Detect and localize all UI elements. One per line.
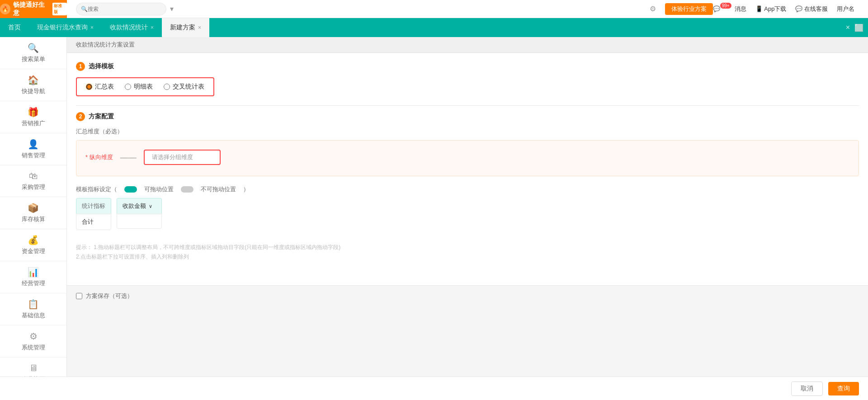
dimension-placeholder: 请选择分组维度 [152, 154, 193, 160]
bottom-bar: 取消 查询 [0, 376, 868, 400]
metrics-col-header[interactable]: 收款金额 ∨ [117, 198, 162, 214]
metrics-table-wrapper: 统计指标 合计 收款金额 ∨ [76, 198, 859, 230]
logo-icon: 🔥 [0, 4, 10, 14]
radio-cross-label: 交叉统计表 [173, 83, 204, 91]
step2-number: 2 [76, 112, 85, 121]
tab-new-plan-close[interactable]: × [198, 24, 201, 31]
breadcrumb-text: 收款情况统计方案设置 [76, 41, 135, 48]
tab-cash-bank-close[interactable]: × [90, 24, 94, 31]
search-bar-area: 🔍 ▾ [67, 3, 650, 15]
main-layout: 🔍 搜索菜单 🏠 快捷导航 🎁 营销推广 👤 销售管理 🛍 采购管理 📦 库存核… [0, 37, 868, 376]
template-option-detail[interactable]: 明细表 [125, 83, 153, 91]
save-label: 方案保存（可选） [86, 292, 133, 300]
dimension-row: 纵向维度 —— 请选择分组维度 [85, 150, 849, 165]
metrics-value-row [117, 214, 162, 229]
divider-1 [76, 105, 859, 106]
draggable-label: 可拖动位置 [144, 185, 174, 193]
sidebar-item-label: 资金管理 [22, 247, 45, 255]
management-icon: 📊 [28, 267, 39, 278]
template-selection-box: 汇总表 明细表 交叉统计表 [76, 77, 214, 96]
app-download[interactable]: 📱 App下载 [755, 5, 786, 13]
sidebar-item-enterprise[interactable]: 🖥 企业协同 [0, 358, 66, 376]
stats-total-label: 合计 [82, 218, 94, 225]
step2-title: 方案配置 [89, 113, 114, 121]
service-icon: 💬 [795, 5, 802, 12]
radio-cross[interactable] [164, 84, 170, 90]
tab-home[interactable]: 首页 [0, 18, 29, 37]
sidebar-item-search-menu[interactable]: 🔍 搜索菜单 [0, 37, 66, 69]
purchase-icon: 🛍 [29, 171, 38, 181]
dropdown-arrow-icon[interactable]: ▾ [170, 5, 174, 13]
marketing-icon: 🎁 [28, 107, 39, 118]
sidebar-item-management[interactable]: 📊 经营管理 [0, 261, 66, 293]
tip-line-1: 提示： 1.拖动标题栏可以调整布局，不可跨维度或指标区域拖动目字段(只能在同一维… [76, 244, 859, 251]
metrics-value-column: 收款金额 ∨ [117, 198, 162, 230]
save-section: 方案保存（可选） [67, 285, 868, 306]
metrics-title: 模板指标设定（ [76, 185, 117, 193]
step1-header: 1 选择模板 [76, 62, 859, 71]
tab-new-plan-label: 新建方案 [170, 24, 195, 32]
download-label: App下载 [764, 5, 786, 12]
sidebar-item-label: 营销推广 [22, 119, 45, 127]
column-header-label: 收款金额 [123, 202, 146, 210]
cancel-button[interactable]: 取消 [791, 381, 823, 396]
dimension-area: 纵向维度 —— 请选择分组维度 [76, 140, 859, 176]
message-area[interactable]: 💬 99+ 消息 [713, 5, 746, 13]
system-icon: ⚙ [29, 331, 38, 342]
sidebar-item-label: 搜索菜单 [22, 55, 45, 63]
sidebar-item-basic-info[interactable]: 📋 基础信息 [0, 293, 66, 325]
message-label: 消息 [735, 5, 746, 12]
step2-header: 2 方案配置 [76, 112, 859, 121]
logo-badge: 标准版 [52, 3, 67, 15]
close-paren: ） [243, 185, 249, 193]
sidebar-item-system[interactable]: ⚙ 系统管理 [0, 325, 66, 358]
template-option-cross[interactable]: 交叉统计表 [164, 83, 204, 91]
radio-detail[interactable] [125, 84, 131, 90]
dimension-title: 汇总维度（必选） [76, 127, 859, 136]
metrics-section: 模板指标设定（ 可拖动位置 不可拖动位置 ） 统计指标 [76, 185, 859, 230]
sidebar-item-label: 系统管理 [22, 344, 45, 352]
query-button[interactable]: 查询 [828, 382, 859, 395]
radio-detail-label: 明细表 [134, 83, 153, 91]
sidebar-item-purchase[interactable]: 🛍 采购管理 [0, 165, 66, 197]
stats-total-row: 合计 [76, 214, 111, 230]
quick-nav-icon: 🏠 [28, 75, 39, 85]
save-checkbox[interactable] [76, 293, 82, 299]
online-service[interactable]: 💬 在线客服 [795, 5, 828, 13]
sidebar-item-label: 采购管理 [22, 183, 45, 191]
sidebar-item-finance[interactable]: 💰 资金管理 [0, 229, 66, 261]
template-option-summary[interactable]: 汇总表 [86, 83, 114, 91]
gear-icon[interactable]: ⚙ [650, 5, 656, 13]
step2-section: 2 方案配置 汇总维度（必选） 纵向维度 —— 请选择分组维度 [76, 112, 859, 267]
tab-cash-bank[interactable]: 现金银行流水查询 × [29, 18, 102, 37]
metrics-section-header: 模板指标设定（ 可拖动位置 不可拖动位置 ） [76, 185, 859, 193]
search-input[interactable] [88, 6, 156, 12]
user-name[interactable]: 用户名 [837, 5, 854, 13]
trial-button[interactable]: 体验行业方案 [665, 3, 713, 15]
sidebar-item-quick-nav[interactable]: 🏠 快捷导航 [0, 69, 66, 101]
tip-line-2: 2.点击标题栏下拉可设置排序、插入列和删除列 [76, 253, 859, 261]
form-container: 1 选择模板 汇总表 明细表 交叉统计表 [67, 53, 868, 285]
sidebar-item-inventory[interactable]: 📦 库存核算 [0, 197, 66, 229]
nav-right-icons: × ⬜ [846, 24, 868, 32]
tab-receipt-stats-close[interactable]: × [151, 24, 154, 31]
download-icon: 📱 [755, 5, 763, 12]
window-close-icon[interactable]: × [846, 24, 850, 32]
sales-icon: 👤 [28, 139, 39, 150]
column-dropdown-icon[interactable]: ∨ [149, 203, 152, 209]
logo: 🔥 畅捷通好生意 标准版 [0, 0, 67, 18]
sidebar: 🔍 搜索菜单 🏠 快捷导航 🎁 营销推广 👤 销售管理 🛍 采购管理 📦 库存核… [0, 37, 67, 376]
tab-new-plan[interactable]: 新建方案 × [162, 18, 209, 37]
stats-label-column: 统计指标 合计 [76, 198, 111, 230]
stats-header-label: 统计指标 [82, 202, 105, 209]
content-area: 收款情况统计方案设置 1 选择模板 汇总表 明细表 [67, 37, 868, 376]
window-maximize-icon[interactable]: ⬜ [854, 24, 863, 32]
sidebar-item-sales[interactable]: 👤 销售管理 [0, 133, 66, 165]
radio-summary[interactable] [86, 84, 92, 90]
sidebar-item-marketing[interactable]: 🎁 营销推广 [0, 101, 66, 133]
step1-title: 选择模板 [89, 62, 114, 71]
tab-receipt-stats-label: 收款情况统计 [110, 24, 148, 32]
tab-receipt-stats[interactable]: 收款情况统计 × [102, 18, 162, 37]
dimension-input-box[interactable]: 请选择分组维度 [144, 150, 221, 165]
radio-summary-label: 汇总表 [95, 83, 114, 91]
